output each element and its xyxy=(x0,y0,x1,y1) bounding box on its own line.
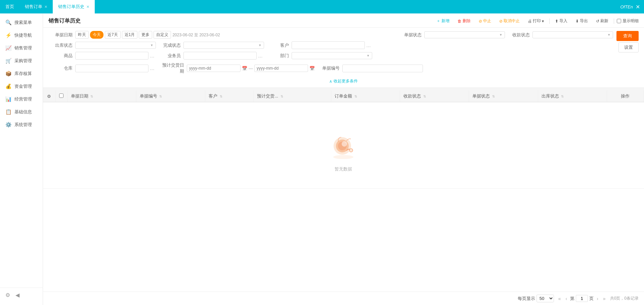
select-all-checkbox[interactable] xyxy=(59,93,63,98)
delete-icon: 🗑 xyxy=(458,19,462,24)
delivery-date-start[interactable] xyxy=(187,65,241,72)
sidebar-item-operations[interactable]: 📊 经营管理 xyxy=(0,93,43,106)
th-payment-status[interactable]: 收款状态 ⇅ xyxy=(400,90,469,102)
th-customer[interactable]: 客户 ⇅ xyxy=(205,90,253,102)
sidebar-item-basic-info[interactable]: 📋 基础信息 xyxy=(0,106,43,118)
salesperson-more-icon[interactable]: … xyxy=(257,53,264,59)
delivery-date-end[interactable] xyxy=(254,65,308,72)
sales-order-history-tab-close[interactable]: ✕ xyxy=(86,5,89,9)
date-btn-7days[interactable]: 近7天 xyxy=(105,31,121,39)
th-date[interactable]: 单据日期 ⇅ xyxy=(67,90,136,102)
date-quick-buttons: 昨天 今天 近7天 近1月 更多 自定义 xyxy=(75,31,171,39)
settings-button[interactable]: 设置 xyxy=(618,42,639,52)
show-detail-checkbox-label[interactable]: 显示明细 xyxy=(617,18,639,24)
date-btn-1month[interactable]: 近1月 xyxy=(122,31,138,39)
th-settings[interactable]: ⚙ xyxy=(43,90,55,102)
import-label: 导入 xyxy=(559,18,567,24)
svg-point-4 xyxy=(342,141,347,147)
salesperson-input[interactable] xyxy=(183,52,257,60)
show-detail-checkbox[interactable] xyxy=(617,19,621,23)
th-warehouse-out-status[interactable]: 出库状态 ⇅ xyxy=(538,90,607,102)
date-btn-yesterday[interactable]: 昨天 xyxy=(75,31,89,39)
tab-home[interactable]: 首页 xyxy=(0,0,19,13)
search-menu-icon: 🔍 xyxy=(5,20,12,26)
cancel-stop-button[interactable]: ⊘ 取消中止 xyxy=(497,17,522,25)
cancel-stop-label: 取消中止 xyxy=(504,18,520,24)
payment-status-select[interactable]: ▾ xyxy=(532,31,613,38)
svg-point-0 xyxy=(333,155,353,159)
new-label: 新增 xyxy=(441,18,449,24)
sidebar-item-quick-nav[interactable]: ⚡ 快捷导航 xyxy=(0,29,43,42)
department-select[interactable]: ▾ xyxy=(292,52,372,59)
sidebar-collapse-icon[interactable]: ◀ xyxy=(15,292,19,298)
warehouse-more-icon[interactable]: … xyxy=(148,66,156,71)
sidebar-item-finance-mgmt[interactable]: 💰 资金管理 xyxy=(0,80,43,93)
page-size-dropdown[interactable]: 10 20 50 100 xyxy=(536,295,554,302)
collapse-row[interactable]: ∧ 收起更多条件 xyxy=(48,78,639,84)
goods-more-icon[interactable]: … xyxy=(148,53,156,59)
th-amount[interactable]: 订单金额 ⇅ xyxy=(331,90,400,102)
new-button[interactable]: ＋ 新增 xyxy=(434,17,452,25)
th-date-label: 单据日期 xyxy=(71,93,88,99)
delivery-date-end-cal-icon[interactable]: 📅 xyxy=(309,66,315,71)
filter-row-2: 出库状态 ▾ 完成状态 ▾ 客户 … xyxy=(48,41,613,49)
th-checkbox[interactable] xyxy=(55,90,67,102)
stop-icon: ⊘ xyxy=(479,19,482,24)
tab-sales-order[interactable]: 销售订单 ✕ xyxy=(19,0,53,13)
delivery-date-start-cal-icon[interactable]: 📅 xyxy=(242,66,247,71)
status-select[interactable]: ▾ xyxy=(424,31,505,38)
th-number-label: 单据编号 xyxy=(140,93,157,99)
payment-status-filter-label: 收款状态 xyxy=(509,32,532,38)
page-last-button[interactable]: » xyxy=(601,295,607,302)
refresh-button[interactable]: ↺ 刷新 xyxy=(593,17,611,25)
date-btn-today[interactable]: 今天 xyxy=(90,31,103,39)
sidebar-item-search-menu[interactable]: 🔍 搜索菜单 xyxy=(0,16,43,29)
table-wrap: ⚙ 单据日期 ⇅ 单据编号 ⇅ 客户 ⇅ xyxy=(43,90,644,292)
export-button[interactable]: ⬇ 导出 xyxy=(573,17,591,25)
customer-input[interactable] xyxy=(292,41,365,49)
inventory-icon: 📦 xyxy=(5,71,12,77)
page-prev-button[interactable]: ‹ xyxy=(564,295,569,302)
th-order-status[interactable]: 单据状态 ⇅ xyxy=(469,90,538,102)
warehouse-input[interactable] xyxy=(75,65,148,72)
top-bar: 首页 销售订单 ✕ 销售订单历史 ✕ OfTEn ✕ xyxy=(0,0,644,13)
status-filter-label: 单据状态 xyxy=(401,32,424,38)
warehouse-out-select[interactable]: ▾ xyxy=(75,42,156,49)
table-body: 暂无数据 xyxy=(43,102,644,189)
system-mgmt-icon: ⚙️ xyxy=(5,122,12,128)
order-number-input[interactable] xyxy=(342,65,423,72)
page-first-button[interactable]: « xyxy=(557,295,563,302)
customer-more-icon[interactable]: … xyxy=(365,43,372,48)
complete-status-select[interactable]: ▾ xyxy=(183,42,264,49)
page-number-input[interactable] xyxy=(576,295,588,302)
sidebar-item-inventory[interactable]: 📦 库存核算 xyxy=(0,67,43,80)
th-delivery[interactable]: 预计交货... ⇅ xyxy=(254,90,331,102)
sidebar-item-system-mgmt[interactable]: ⚙️ 系统管理 xyxy=(0,118,43,131)
delete-button[interactable]: 🗑 删除 xyxy=(455,17,473,25)
print-button[interactable]: 🖨 打印 ▾ xyxy=(525,17,547,25)
th-number[interactable]: 单据编号 ⇅ xyxy=(136,90,205,102)
sales-order-tab-close[interactable]: ✕ xyxy=(44,5,47,9)
empty-state-text: 暂无数据 xyxy=(335,166,352,172)
status-select-arrow: ▾ xyxy=(500,33,502,37)
department-filter-label: 部门 xyxy=(268,53,292,59)
import-button[interactable]: ⬆ 导入 xyxy=(552,17,570,25)
sidebar-settings-icon[interactable]: ⚙ xyxy=(5,292,10,298)
stop-button[interactable]: ⊘ 中止 xyxy=(476,17,494,25)
tab-sales-order-history[interactable]: 销售订单历史 ✕ xyxy=(53,0,95,13)
th-number-sort-icon: ⇅ xyxy=(159,94,162,98)
th-warehouse-out-status-label: 出库状态 xyxy=(542,93,559,99)
print-arrow-icon: ▾ xyxy=(542,19,544,24)
sidebar-item-sales-mgmt[interactable]: 📈 销售管理 xyxy=(0,42,43,54)
page-next-button[interactable]: › xyxy=(595,295,600,302)
goods-input[interactable] xyxy=(75,52,148,60)
refresh-icon: ↺ xyxy=(596,19,599,24)
topbar-close-icon[interactable]: ✕ xyxy=(636,4,640,10)
sidebar-item-label-quick-nav: 快捷导航 xyxy=(14,32,32,38)
filter-row-3: 商品 … 业务员 … 部门 ▾ xyxy=(48,52,613,60)
sidebar-item-purchase-mgmt[interactable]: 🛒 采购管理 xyxy=(0,54,43,67)
date-btn-more[interactable]: 更多 xyxy=(139,31,152,39)
date-btn-custom[interactable]: 自定义 xyxy=(154,31,171,39)
query-button[interactable]: 查询 xyxy=(616,31,639,41)
th-delivery-sort-icon: ⇅ xyxy=(281,94,283,98)
